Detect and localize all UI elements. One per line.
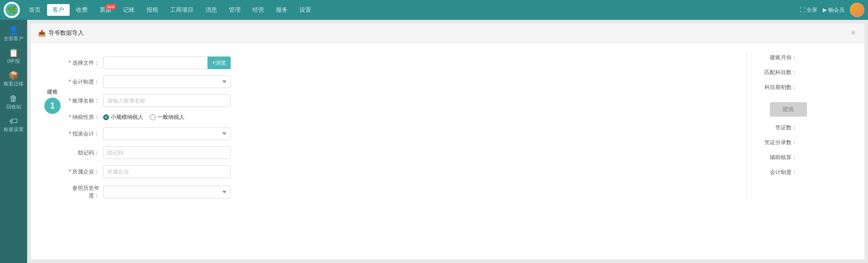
accounting-row: * 会计制度： [68, 75, 231, 88]
fullscreen-icon: ⛶ [800, 7, 805, 13]
memo-row: 助记码： [68, 146, 231, 159]
nav-item-messages[interactable]: 消息 [200, 4, 223, 16]
nav-item-tax[interactable]: 报税 [141, 4, 164, 16]
content-area: 📤 导爷数据导入 × 建账 1 [27, 20, 868, 263]
main-layout: 👤 全部客户 📋 0申报 📦 账套迁移 🗑 回收站 🏷 标签设置 📤 导爷 [0, 20, 868, 263]
tax-radio-general[interactable] [150, 114, 156, 120]
accountant-label: * 指派会计： [68, 130, 100, 138]
ledger-label: * 账簿名称： [68, 97, 100, 105]
history-row: 参照历史年度： [68, 184, 231, 200]
info-accounting-system-label: 会计制度： [761, 169, 797, 176]
info-voucher-records-label: 凭证分录数： [761, 139, 797, 146]
app-logo[interactable]: 🌿 [4, 2, 20, 18]
info-accounting-system-row: 会计制度： [761, 169, 855, 176]
sidebar-item-tag-settings[interactable]: 🏷 标签设置 [0, 114, 27, 135]
history-select[interactable] [103, 186, 231, 198]
tax-radio-group: 小规模纳税人 一般纳税人 [103, 113, 185, 121]
tax-option-general[interactable]: 一般纳税人 [150, 113, 185, 121]
info-voucher-records-row: 凭证分录数： [761, 139, 855, 146]
info-aux-label: 辅助核算： [761, 154, 797, 161]
company-input[interactable] [103, 165, 231, 178]
member-icon: ▶ [823, 7, 827, 13]
company-row: * 所属企业： [68, 165, 231, 178]
trash-icon: 🗑 [9, 94, 18, 103]
sidebar: 👤 全部客户 📋 0申报 📦 账套迁移 🗑 回收站 🏷 标签设置 [0, 20, 27, 263]
sidebar-item-account-migrate[interactable]: 📦 账套迁移 [0, 69, 27, 89]
sidebar-item-zero-declare[interactable]: 📋 0申报 [0, 46, 27, 67]
upload-icon: 📤 [38, 29, 46, 37]
nav-item-customers[interactable]: 客户 [47, 4, 70, 16]
tax-option-small[interactable]: 小规模纳税人 [103, 113, 143, 121]
user-avatar[interactable] [850, 3, 864, 17]
nav-item-settings[interactable]: 设置 [294, 4, 317, 16]
dialog-header: 📤 导爷数据导入 × [31, 23, 864, 43]
info-voucher-row: 凭证数： [761, 124, 855, 132]
accounting-select[interactable] [103, 75, 231, 88]
memo-input[interactable] [103, 146, 231, 159]
nav-item-operations[interactable]: 经营 [247, 4, 270, 16]
nav-menu: 首页 客户 收费 票据 new 记账 报税 工商项目 消息 管理 经营 服务 设… [24, 4, 800, 16]
avatar-image [850, 3, 864, 17]
tag-icon: 🏷 [9, 117, 18, 125]
info-period-row: 科目期初数： [761, 84, 855, 91]
info-month-label: 建账月份： [761, 54, 797, 61]
step-number-badge: 1 [44, 98, 61, 114]
nav-item-business[interactable]: 工商项目 [165, 4, 199, 16]
top-nav-right: ⛶ 全屏 ▶ 畅会员 [800, 3, 864, 17]
nav-item-management[interactable]: 管理 [223, 4, 246, 16]
clipboard-icon: 📋 [9, 49, 19, 57]
dialog-panel: 📤 导爷数据导入 × 建账 1 [31, 23, 864, 259]
ledger-row: * 账簿名称： [68, 94, 231, 107]
file-input[interactable] [103, 56, 208, 69]
accountant-select[interactable] [103, 127, 231, 140]
create-account-button[interactable]: 建账 [770, 102, 807, 117]
info-month-row: 建账月份： [761, 54, 855, 61]
tax-label: * 纳税性质： [68, 113, 100, 121]
dialog-title: 📤 导爷数据导入 [38, 29, 84, 37]
nav-item-services[interactable]: 服务 [270, 4, 293, 16]
accounting-label: * 会计制度： [68, 78, 100, 86]
memo-label: 助记码： [68, 149, 100, 157]
info-voucher-label: 凭证数： [761, 124, 797, 132]
step-label: 建账 [47, 88, 58, 96]
nav-item-fees[interactable]: 收费 [71, 4, 93, 16]
person-icon: 👤 [9, 26, 19, 34]
ledger-input[interactable] [103, 94, 231, 107]
accountant-row: * 指派会计： [68, 127, 231, 140]
nav-item-tickets[interactable]: 票据 new [94, 4, 117, 16]
info-period-label: 科目期初数： [761, 84, 797, 91]
close-button[interactable]: × [849, 28, 857, 38]
nav-item-accounting[interactable]: 记账 [118, 4, 140, 16]
logo-icon: 🌿 [7, 5, 17, 15]
browse-button[interactable]: +浏览 [208, 56, 231, 69]
info-match-label: 匹配科目数： [761, 69, 797, 76]
sidebar-item-trash[interactable]: 🗑 回收站 [0, 92, 27, 113]
top-navigation: 🌿 首页 客户 收费 票据 new 记账 报税 工商项目 消息 管理 经营 服务… [0, 0, 868, 20]
vertical-divider [746, 52, 747, 200]
new-badge: new [105, 4, 116, 9]
history-label: 参照历史年度： [68, 184, 100, 200]
tax-radio-small[interactable] [103, 114, 109, 120]
info-match-row: 匹配科目数： [761, 69, 855, 76]
sidebar-item-all-customers[interactable]: 👤 全部客户 [0, 23, 27, 44]
nav-item-home[interactable]: 首页 [24, 4, 46, 16]
tax-row: * 纳税性质： 小规模纳税人 一般纳税人 [68, 113, 231, 121]
box-icon: 📦 [9, 71, 19, 80]
member-button[interactable]: ▶ 畅会员 [823, 6, 844, 14]
fullscreen-button[interactable]: ⛶ 全屏 [800, 6, 817, 14]
file-label: * 选择文件： [68, 59, 100, 67]
info-aux-row: 辅助核算： [761, 154, 855, 161]
dialog-body: 建账 1 * 选择文件： +浏览 [31, 43, 864, 209]
info-section: 建账月份： 匹配科目数： 科目期初数： 建账 凭证数： [751, 52, 864, 200]
company-label: * 所属企业： [68, 168, 100, 176]
file-row: * 选择文件： +浏览 [68, 56, 231, 69]
